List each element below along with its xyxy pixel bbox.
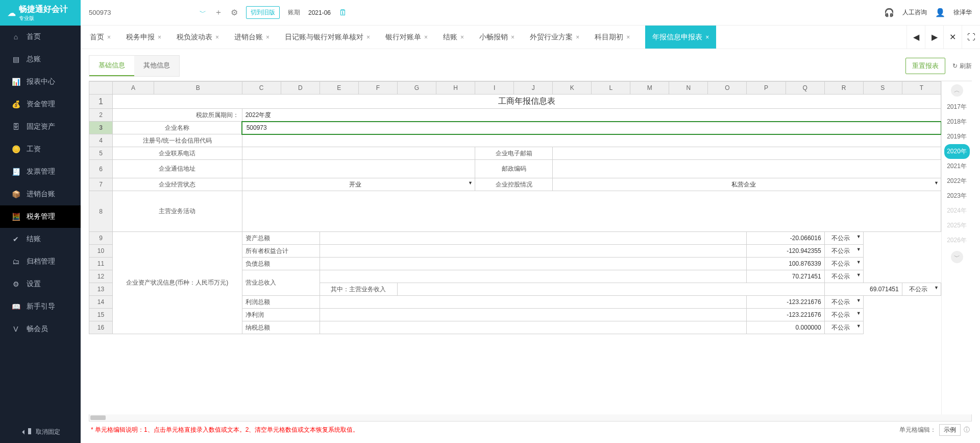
year-option[interactable]: 2017年 <box>944 100 970 114</box>
phone-input[interactable] <box>242 147 475 160</box>
col-header[interactable]: P <box>747 82 786 95</box>
tab-close-all[interactable]: ✕ <box>943 26 962 49</box>
year-up[interactable]: ︿ <box>951 84 963 97</box>
sidebar-item-funds[interactable]: 💰资金管理 <box>0 93 81 115</box>
col-header[interactable]: O <box>708 82 747 95</box>
col-header[interactable]: S <box>863 82 902 95</box>
tab[interactable]: 外贸行业方案× <box>530 33 579 42</box>
row-header[interactable]: 2 <box>89 109 113 122</box>
reg-code-input[interactable] <box>242 134 941 147</box>
close-icon[interactable]: × <box>366 34 370 41</box>
year-option[interactable]: 2018年 <box>944 114 970 129</box>
period-value-cell[interactable]: 2022年度 <box>242 109 941 122</box>
subtab-basic[interactable]: 基础信息 <box>89 56 134 76</box>
sidebar-item-home[interactable]: ⌂首页 <box>0 26 81 48</box>
tab[interactable]: 小畅报销× <box>479 33 514 42</box>
row-header[interactable]: 11 <box>89 258 113 270</box>
sidebar-item-asset[interactable]: 🗄固定资产 <box>0 115 81 138</box>
year-option[interactable]: 2021年 <box>944 159 970 174</box>
row-header[interactable]: 16 <box>89 321 113 334</box>
publish-select[interactable]: 不公示 <box>824 309 863 321</box>
col-header[interactable]: K <box>553 82 592 95</box>
close-icon[interactable]: × <box>266 34 270 41</box>
close-icon[interactable]: × <box>511 34 514 41</box>
close-icon[interactable]: × <box>158 34 161 41</box>
finance-value[interactable]: 70.271451 <box>747 270 824 283</box>
row-header[interactable]: 12 <box>89 270 113 283</box>
row-header[interactable]: 5 <box>89 147 113 160</box>
finance-value[interactable]: -120.942355 <box>747 245 824 258</box>
status-select[interactable]: 开业 <box>242 178 475 191</box>
holding-select[interactable]: 私营企业 <box>553 178 941 191</box>
row-header[interactable]: 13 <box>89 283 113 296</box>
tab[interactable]: 税负波动表× <box>177 33 219 42</box>
year-option[interactable]: 2022年 <box>944 174 970 189</box>
reset-report-button[interactable]: 重置报表 <box>905 58 945 74</box>
col-header[interactable]: L <box>592 82 630 95</box>
year-option[interactable]: 2023年 <box>944 189 970 203</box>
sidebar-item-invoice[interactable]: 🧾发票管理 <box>0 160 81 183</box>
email-input[interactable] <box>553 147 941 160</box>
close-icon[interactable]: × <box>460 34 464 41</box>
postcode-input[interactable] <box>553 160 941 178</box>
row-header[interactable]: 7 <box>89 178 113 191</box>
close-icon[interactable]: × <box>705 34 709 41</box>
gear-icon[interactable]: ⚙ <box>231 8 238 17</box>
publish-select[interactable]: 不公示 <box>824 232 863 245</box>
row-header[interactable]: 3 <box>89 122 113 134</box>
close-icon[interactable]: × <box>626 34 630 41</box>
finance-value[interactable]: 100.876339 <box>747 258 824 270</box>
col-header[interactable]: Q <box>786 82 824 95</box>
user-name[interactable]: 徐泽华 <box>953 8 972 17</box>
row-header[interactable]: 10 <box>89 245 113 258</box>
unpin-button[interactable]: ⏴❚ 取消固定 <box>0 421 81 443</box>
row-header[interactable]: 6 <box>89 160 113 178</box>
col-header[interactable]: T <box>902 82 941 95</box>
tab-prev[interactable]: ◀ <box>906 26 925 49</box>
year-down[interactable]: ﹀ <box>951 251 963 263</box>
refresh-button[interactable]: ↻ 刷新 <box>952 62 972 71</box>
info-icon[interactable]: ⓘ <box>964 426 970 434</box>
finance-value[interactable]: 0.000000 <box>747 321 824 334</box>
finance-value[interactable]: -123.221676 <box>747 309 824 321</box>
add-icon[interactable]: ＋ <box>214 7 223 18</box>
tab[interactable]: 银行对账单× <box>385 33 428 42</box>
main-biz-input[interactable] <box>242 191 941 232</box>
tab[interactable]: 科目期初× <box>595 33 630 42</box>
sidebar-item-vip[interactable]: V畅会员 <box>0 318 81 340</box>
col-header[interactable]: I <box>475 82 514 95</box>
tab[interactable]: 结账× <box>443 33 464 42</box>
sidebar-item-settings[interactable]: ⚙设置 <box>0 273 81 295</box>
publish-select[interactable]: 不公示 <box>824 270 863 283</box>
col-header[interactable]: B <box>154 82 242 95</box>
old-version-button[interactable]: 切到旧版 <box>246 6 280 19</box>
row-header[interactable]: 4 <box>89 134 113 147</box>
finance-value[interactable]: -20.066016 <box>747 232 824 245</box>
fullscreen-icon[interactable]: ⛶ <box>962 26 980 49</box>
finance-value[interactable]: -123.221676 <box>747 296 824 309</box>
publish-select[interactable]: 不公示 <box>824 258 863 270</box>
consult-link[interactable]: 人工咨询 <box>902 8 927 17</box>
subtab-other[interactable]: 其他信息 <box>134 56 179 76</box>
sidebar-item-ledger[interactable]: ▤总账 <box>0 48 81 71</box>
close-icon[interactable]: × <box>576 34 579 41</box>
year-option[interactable]: 2019年 <box>944 129 970 144</box>
col-header[interactable]: E <box>320 82 358 95</box>
row-header[interactable]: 14 <box>89 296 113 309</box>
publish-select[interactable]: 不公示 <box>902 283 941 296</box>
period-value[interactable]: 2021-06 <box>308 9 331 16</box>
tab[interactable]: 年报信息申报表× <box>645 26 716 49</box>
tab[interactable]: 首页× <box>90 33 111 42</box>
tab[interactable]: 日记账与银行对账单核对× <box>285 33 370 42</box>
col-header[interactable]: N <box>669 82 708 95</box>
row-header[interactable]: 8 <box>89 191 113 232</box>
company-name-input[interactable]: 500973 <box>242 122 941 134</box>
sidebar-item-archive[interactable]: 🗂归档管理 <box>0 250 81 273</box>
year-option[interactable]: 2020年 <box>944 144 970 159</box>
col-header[interactable]: D <box>281 82 320 95</box>
publish-select[interactable]: 不公示 <box>824 245 863 258</box>
close-icon[interactable]: × <box>215 34 219 41</box>
horizontal-scrollbar[interactable] <box>89 414 972 422</box>
row-header[interactable]: 15 <box>89 309 113 321</box>
col-header[interactable]: M <box>630 82 669 95</box>
